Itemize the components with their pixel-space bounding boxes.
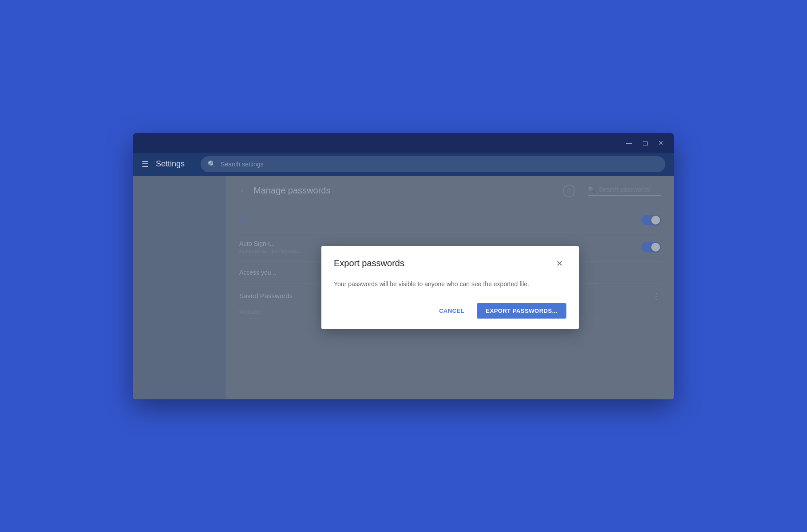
- browser-window: — ▢ ✕ ☰ Settings 🔍 ← Manage passwords ? …: [133, 133, 674, 399]
- main-panel: ← Manage passwords ? 🔍 On Auto Sign-i...: [226, 176, 674, 399]
- settings-search-input[interactable]: [221, 161, 658, 168]
- modal-overlay: Export passwords ✕ Your passwords will b…: [226, 176, 674, 399]
- maximize-button[interactable]: ▢: [639, 137, 651, 149]
- sidebar: [133, 176, 226, 399]
- dialog-close-button[interactable]: ✕: [552, 256, 566, 271]
- title-bar: — ▢ ✕: [133, 133, 674, 153]
- settings-header: ☰ Settings 🔍: [133, 153, 674, 176]
- dialog-header: Export passwords ✕: [334, 256, 566, 271]
- dialog-actions: CANCEL EXPORT PASSWORDS...: [334, 303, 566, 319]
- export-passwords-button[interactable]: EXPORT PASSWORDS...: [477, 303, 566, 319]
- dialog-body: Your passwords will be visible to anyone…: [334, 280, 566, 289]
- minimize-button[interactable]: —: [623, 137, 635, 149]
- search-icon: 🔍: [208, 160, 216, 168]
- content-area: ← Manage passwords ? 🔍 On Auto Sign-i...: [133, 176, 674, 399]
- dialog-title: Export passwords: [334, 258, 404, 268]
- cancel-button[interactable]: CANCEL: [432, 303, 471, 319]
- close-button[interactable]: ✕: [655, 137, 667, 149]
- hamburger-icon[interactable]: ☰: [142, 159, 149, 169]
- settings-search-bar[interactable]: 🔍: [201, 156, 665, 172]
- title-bar-controls: — ▢ ✕: [623, 137, 667, 149]
- settings-title-label: Settings: [156, 159, 185, 169]
- export-passwords-dialog: Export passwords ✕ Your passwords will b…: [321, 246, 579, 329]
